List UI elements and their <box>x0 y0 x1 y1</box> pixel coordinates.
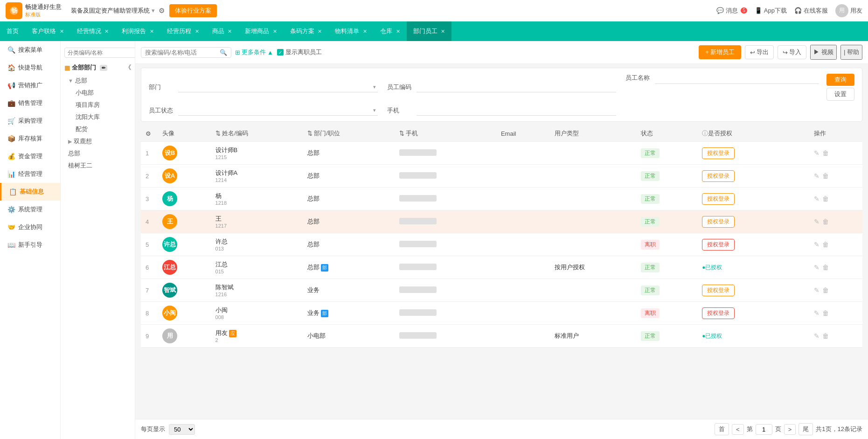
sidebar-item-finance[interactable]: 💰 资金管理 <box>0 147 60 165</box>
dept-node-peihuo[interactable]: 配货 <box>64 123 135 135</box>
auth-login-btn[interactable]: 授权登录 <box>702 193 735 205</box>
filter-phone-input[interactable] <box>417 105 616 116</box>
edit-icon[interactable]: ✎ <box>814 241 819 248</box>
last-page-btn[interactable]: 尾 <box>799 423 813 435</box>
more-filter-btn[interactable]: ⊞ 更多条件 ▲ <box>235 48 273 56</box>
dept-node-zongbu-parent[interactable]: ▼ 总部 <box>64 75 135 87</box>
show-resign-toggle[interactable]: ✓ 显示离职员工 <box>277 48 322 56</box>
close-icon[interactable]: ✕ <box>195 28 199 34</box>
sidebar-item-marketing[interactable]: 📢 营销推广 <box>0 77 60 94</box>
dept-node-shuanglu[interactable]: ▶ 双鹿想 <box>64 135 135 147</box>
th-name-code[interactable]: ⇅ 姓名/编码 <box>211 125 303 142</box>
sidebar-item-search[interactable]: 🔍 搜索菜单 <box>0 41 60 59</box>
first-page-btn[interactable]: 首 <box>715 423 729 435</box>
delete-icon[interactable]: 🗑 <box>822 309 829 317</box>
th-dept-position[interactable]: ⇅ 部门/职位 <box>303 125 395 142</box>
th-phone[interactable]: ⇅ 手机 <box>395 125 496 142</box>
delete-icon[interactable]: 🗑 <box>822 332 829 340</box>
sidebar-item-sales[interactable]: 💼 销售管理 <box>0 94 60 112</box>
prev-page-btn[interactable]: < <box>732 424 744 435</box>
filter-dept-select[interactable] <box>178 82 378 92</box>
trial-button[interactable]: 体验行业方案 <box>169 4 217 17</box>
dept-collapse-btn[interactable]: 《 <box>125 63 131 72</box>
close-icon[interactable]: ✕ <box>318 28 322 34</box>
close-icon[interactable]: ✕ <box>60 28 64 34</box>
nav-customer[interactable]: 客户联络 ✕ <box>25 21 70 41</box>
set-button[interactable]: 设置 <box>826 88 854 101</box>
filter-emp-name-input[interactable] <box>655 74 819 84</box>
nav-goods[interactable]: 商品 ✕ <box>206 21 239 41</box>
dept-search-input[interactable] <box>64 48 135 58</box>
sidebar-item-quicknav[interactable]: 🏠 快捷导航 <box>0 59 60 77</box>
close-icon[interactable]: ✕ <box>273 28 277 34</box>
sidebar-item-purchase[interactable]: 🛒 采购管理 <box>0 112 60 130</box>
delete-icon[interactable]: 🗑 <box>822 286 829 294</box>
edit-icon[interactable]: ✎ <box>814 218 819 225</box>
nav-warehouse[interactable]: 仓库 ✕ <box>374 21 407 41</box>
auth-login-btn[interactable]: 授权登录 <box>702 216 735 228</box>
help-button[interactable]: | 帮助 <box>840 45 862 60</box>
sidebar-item-guide[interactable]: 📖 新手引导 <box>0 236 60 254</box>
online-service-item[interactable]: 🎧 在线客服 <box>794 7 828 15</box>
nav-barcode[interactable]: 条码方案 ✕ <box>284 21 329 41</box>
delete-icon[interactable]: 🗑 <box>822 195 829 202</box>
video-button[interactable]: ▶ 视频 <box>810 45 837 60</box>
edit-icon[interactable]: ✎ <box>814 195 819 202</box>
delete-icon[interactable]: 🗑 <box>822 149 829 157</box>
dept-edit-tag[interactable]: ✏ <box>100 65 107 71</box>
next-page-btn[interactable]: > <box>784 424 796 435</box>
page-size-select[interactable]: 50 20 100 <box>169 424 195 435</box>
edit-icon[interactable]: ✎ <box>814 309 819 317</box>
search-icon[interactable]: 🔍 <box>220 49 227 56</box>
query-button[interactable]: 查询 <box>826 74 854 86</box>
sidebar-item-system[interactable]: ⚙️ 系统管理 <box>0 201 60 218</box>
export-button[interactable]: ↩ 导出 <box>745 45 774 59</box>
close-icon[interactable]: ✕ <box>441 28 445 34</box>
sidebar-item-basic[interactable]: 📋 基础信息 <box>0 183 60 201</box>
close-icon[interactable]: ✕ <box>150 28 154 34</box>
delete-icon[interactable]: 🗑 <box>822 241 829 248</box>
close-icon[interactable]: ✕ <box>363 28 367 34</box>
dept-node-zongbu2[interactable]: 总部 <box>64 147 135 160</box>
close-icon[interactable]: ✕ <box>396 28 400 34</box>
filter-status-select[interactable] <box>178 105 378 115</box>
nav-profit[interactable]: 利润报告 ✕ <box>115 21 160 41</box>
edit-icon[interactable]: ✎ <box>814 172 819 180</box>
search-input[interactable] <box>145 49 220 56</box>
delete-icon[interactable]: 🗑 <box>822 264 829 271</box>
close-icon[interactable]: ✕ <box>228 28 232 34</box>
nav-operation[interactable]: 经营情况 ✕ <box>70 21 116 41</box>
delete-icon[interactable]: 🗑 <box>822 172 829 180</box>
nav-history[interactable]: 经营历程 ✕ <box>160 21 206 41</box>
edit-icon[interactable]: ✎ <box>814 149 819 157</box>
auth-login-btn[interactable]: 授权登录 <box>702 285 735 296</box>
sidebar-item-collab[interactable]: 🤝 企业协同 <box>0 218 60 236</box>
delete-icon[interactable]: 🗑 <box>822 218 829 225</box>
nav-dept-staff[interactable]: 部门员工 ✕ <box>407 21 452 41</box>
edit-icon[interactable]: ✎ <box>814 264 819 271</box>
gear-icon[interactable]: ⚙ <box>159 7 165 15</box>
filter-emp-code-input[interactable] <box>417 82 616 92</box>
dept-node-xiaodianbу[interactable]: 小电部 <box>64 87 135 99</box>
dept-node-zhishu[interactable]: 植树王二 <box>64 160 135 172</box>
message-icon-item[interactable]: 💬 消息 5 <box>716 7 747 15</box>
auth-login-btn-resign[interactable]: 授权登录 <box>702 307 735 319</box>
sidebar-item-management[interactable]: 📊 经营管理 <box>0 165 60 183</box>
auth-login-btn[interactable]: 授权登录 <box>702 147 735 159</box>
user-item[interactable]: 用 用友 <box>835 4 862 17</box>
auth-login-btn[interactable]: 授权登录 <box>702 170 735 182</box>
auth-login-btn-resign[interactable]: 授权登录 <box>702 239 735 251</box>
nav-home[interactable]: 首页 <box>0 21 25 41</box>
current-page-input[interactable] <box>756 424 772 435</box>
th-settings[interactable]: ⚙ <box>141 125 158 142</box>
dept-node-project[interactable]: 项目库房 <box>64 99 135 111</box>
add-employee-button[interactable]: + 新增员工 <box>699 45 741 59</box>
close-icon[interactable]: ✕ <box>104 28 109 34</box>
sidebar-item-inventory[interactable]: 📦 库存核算 <box>0 130 60 147</box>
app-download-item[interactable]: 📱 App下载 <box>755 7 787 15</box>
dept-node-shenyang[interactable]: 沈阳大库 <box>64 111 135 123</box>
edit-icon[interactable]: ✎ <box>814 332 819 340</box>
import-button[interactable]: ↪ 导入 <box>778 45 806 59</box>
dept-header[interactable]: ▦ 全部部门 ✏ 《 <box>61 61 135 75</box>
nav-bom[interactable]: 物料清单 ✕ <box>328 21 374 41</box>
